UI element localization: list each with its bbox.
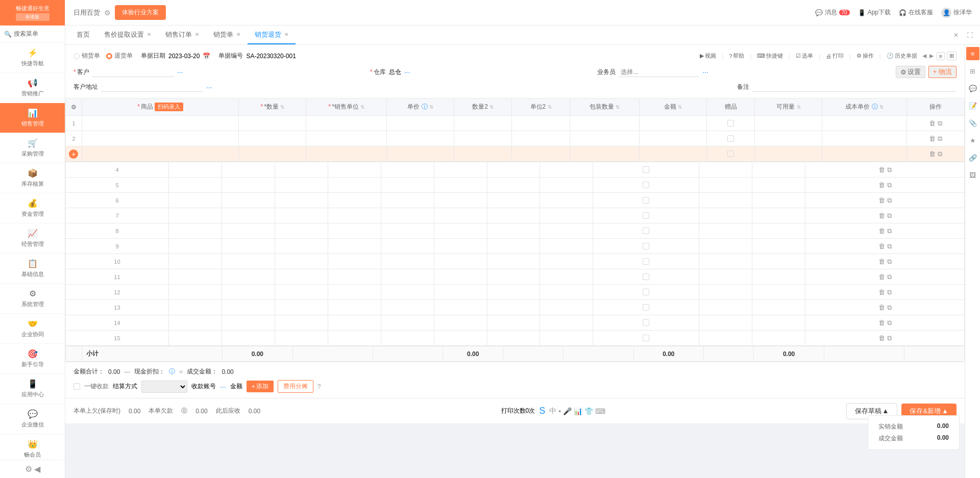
- amount-cell-7[interactable]: [540, 208, 593, 223]
- delete-icon-2[interactable]: 🗑: [929, 135, 936, 142]
- unit-cell-3[interactable]: [306, 146, 387, 162]
- sidebar-item-wechat[interactable]: 💬 企业微信: [0, 404, 65, 434]
- delete-icon-1[interactable]: 🗑: [929, 119, 936, 127]
- add-row-button[interactable]: +: [69, 149, 78, 159]
- qty-cell-10[interactable]: [222, 254, 275, 269]
- unit2-cell-15[interactable]: [434, 331, 487, 346]
- product-cell-3[interactable]: [82, 146, 239, 162]
- add-logistics-button[interactable]: + 物流: [928, 66, 957, 78]
- unit2-cell-8[interactable]: [434, 223, 487, 239]
- gift-cell-2[interactable]: [707, 131, 755, 146]
- unit-sort-icon[interactable]: ⇅: [360, 104, 364, 110]
- delete-icon-7[interactable]: 🗑: [878, 212, 885, 219]
- amount-cell-10[interactable]: [540, 254, 593, 269]
- product-cell-14[interactable]: [168, 315, 222, 331]
- unit2-cell-5[interactable]: [434, 178, 487, 193]
- right-panel-list-view[interactable]: ≡: [966, 47, 979, 60]
- qty-cell-3[interactable]: [239, 146, 306, 162]
- unit-cell-11[interactable]: [275, 269, 328, 285]
- pack-qty-cell-4[interactable]: [487, 162, 540, 178]
- unit-cell-9[interactable]: [275, 239, 328, 254]
- close-tab-icon[interactable]: ✕: [950, 31, 962, 40]
- customer-dots[interactable]: ···: [177, 68, 183, 76]
- unit-cell-4[interactable]: [275, 162, 328, 178]
- sidebar-item-operations[interactable]: 📈 经营管理: [0, 223, 65, 254]
- pack-qty-cell-15[interactable]: [487, 331, 540, 346]
- th-settings[interactable]: ⚙: [66, 98, 82, 116]
- warehouse-dots[interactable]: ···: [404, 68, 410, 76]
- qty2-cell-4[interactable]: [381, 162, 434, 178]
- unit2-cell-4[interactable]: [434, 162, 487, 178]
- pack-qty-cell-5[interactable]: [487, 178, 540, 193]
- unit-cell-8[interactable]: [275, 223, 328, 239]
- product-cell-15[interactable]: [168, 331, 222, 346]
- qty-cell-7[interactable]: [222, 208, 275, 223]
- amount-cell-2[interactable]: [640, 131, 707, 146]
- gift-cell-9[interactable]: [593, 239, 699, 254]
- tab-sales-delivery[interactable]: 销货单 ✕: [206, 26, 248, 44]
- gift-cell-1[interactable]: [707, 116, 755, 131]
- delete-icon-10[interactable]: 🗑: [878, 258, 885, 265]
- cash-discount-info[interactable]: ⓘ: [169, 367, 175, 376]
- toolbar-shortcut[interactable]: ⌨ 快捷键: [755, 51, 785, 61]
- copy-icon-4[interactable]: ⧉: [887, 166, 892, 174]
- sidebar-item-sales[interactable]: 📊 销售管理: [0, 103, 65, 133]
- unit2-cell-13[interactable]: [434, 300, 487, 315]
- scan-button[interactable]: 扫码录入: [155, 103, 183, 111]
- cost-cell-4[interactable]: [752, 162, 805, 178]
- gift-checkbox-3[interactable]: [727, 150, 734, 157]
- amount-cell-3[interactable]: [640, 146, 707, 162]
- qty-cell-8[interactable]: [222, 223, 275, 239]
- price-cell-10[interactable]: [328, 254, 381, 269]
- pack-qty-cell-3[interactable]: [570, 146, 639, 162]
- remark-input[interactable]: [752, 82, 957, 92]
- available-cell-8[interactable]: [699, 223, 752, 239]
- available-cell-11[interactable]: [699, 269, 752, 285]
- product-cell-11[interactable]: [168, 269, 222, 285]
- delete-icon-15[interactable]: 🗑: [878, 334, 885, 342]
- pack-qty-cell-9[interactable]: [487, 239, 540, 254]
- prev-icon[interactable]: ◀: [922, 53, 926, 59]
- setting-button[interactable]: ⚙ 设置: [896, 66, 925, 78]
- amount-cell-12[interactable]: [540, 285, 593, 300]
- cost-cell-1[interactable]: [822, 116, 906, 131]
- delete-icon-13[interactable]: 🗑: [878, 304, 885, 311]
- toolbar-print[interactable]: 🖨 打印: [824, 51, 846, 61]
- available-cell-1[interactable]: [755, 116, 822, 131]
- qty-sort-icon[interactable]: ⇅: [280, 104, 284, 110]
- delete-icon-12[interactable]: 🗑: [878, 288, 885, 296]
- gift-cell-4[interactable]: [593, 162, 699, 178]
- gift-cell-8[interactable]: [593, 223, 699, 239]
- pack-qty-cell-2[interactable]: [570, 131, 639, 146]
- right-panel-star[interactable]: ★: [966, 134, 979, 147]
- amount-cell-11[interactable]: [540, 269, 593, 285]
- address-input[interactable]: [101, 82, 203, 92]
- customer-input[interactable]: [92, 67, 174, 77]
- copy-icon-13[interactable]: ⧉: [887, 304, 892, 312]
- cost-cell-14[interactable]: [752, 315, 805, 331]
- gift-checkbox-9[interactable]: [643, 243, 649, 249]
- price-cell-5[interactable]: [328, 178, 381, 193]
- qty-cell-11[interactable]: [222, 269, 275, 285]
- copy-icon-2[interactable]: ⧉: [938, 135, 942, 143]
- amount-cell-13[interactable]: [540, 300, 593, 315]
- price-cell-1[interactable]: [387, 116, 454, 131]
- product-cell-1[interactable]: [82, 116, 239, 131]
- unit-cell-6[interactable]: [275, 193, 328, 208]
- sidebar-item-basic-info[interactable]: 📋 基础信息: [0, 254, 65, 284]
- tool-icon-2[interactable]: •: [558, 407, 561, 415]
- qty2-cell-5[interactable]: [381, 178, 434, 193]
- cost-cell-7[interactable]: [752, 208, 805, 223]
- sidebar-item-member[interactable]: 👑 畅会员: [0, 434, 65, 460]
- amount-cell-15[interactable]: [540, 331, 593, 346]
- gift-checkbox-14[interactable]: [643, 319, 649, 326]
- cost-cell-10[interactable]: [752, 254, 805, 269]
- radio-return[interactable]: 退货单: [106, 52, 133, 60]
- right-panel-link[interactable]: 🔗: [966, 151, 979, 164]
- calendar-icon[interactable]: 📅: [203, 53, 210, 60]
- available-cell-6[interactable]: [699, 193, 752, 208]
- settings-icon[interactable]: ⚙: [25, 464, 32, 474]
- unit2-cell-10[interactable]: [434, 254, 487, 269]
- amount-cell-4[interactable]: [540, 162, 593, 178]
- gift-checkbox-15[interactable]: [643, 335, 649, 341]
